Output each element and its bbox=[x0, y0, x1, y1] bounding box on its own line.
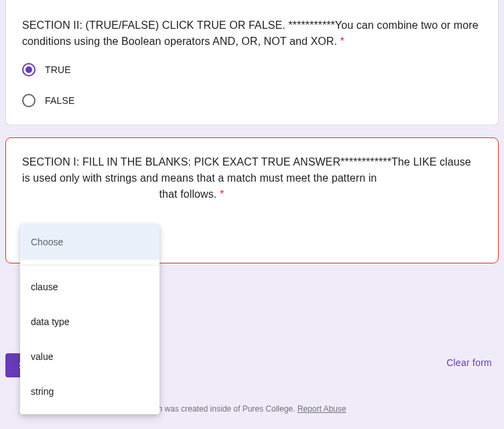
required-mark: * bbox=[216, 188, 224, 200]
question-2-text-after: that follows. bbox=[160, 188, 217, 200]
radio-label-true: TRUE bbox=[45, 64, 71, 75]
question-card-1: SECTION II: (TRUE/FALSE) CLICK TRUE OR F… bbox=[5, 0, 499, 125]
radio-icon-selected bbox=[22, 63, 36, 76]
dropdown-menu[interactable]: Choose clause data type value string bbox=[20, 224, 160, 414]
dropdown-separator bbox=[20, 265, 160, 265]
radio-option-true[interactable]: TRUE bbox=[22, 62, 482, 78]
dropdown-option-data-type[interactable]: data type bbox=[20, 304, 160, 339]
clear-form-link[interactable]: Clear form bbox=[446, 357, 492, 368]
radio-option-false[interactable]: FALSE bbox=[22, 93, 482, 109]
report-abuse-link[interactable]: Report Abuse bbox=[298, 404, 346, 414]
dropdown-option-clause[interactable]: clause bbox=[20, 269, 160, 304]
question-2-title: SECTION I: FILL IN THE BLANKS: PICK EXAC… bbox=[22, 154, 482, 202]
dropdown-option-string[interactable]: string bbox=[20, 374, 160, 409]
question-1-text: SECTION II: (TRUE/FALSE) CLICK TRUE OR F… bbox=[22, 19, 479, 47]
footer-tail: n was created inside of Pures College. bbox=[158, 404, 298, 414]
question-2-text-before: SECTION I: FILL IN THE BLANKS: PICK EXAC… bbox=[22, 156, 471, 184]
required-mark: * bbox=[337, 36, 344, 47]
radio-icon-unselected bbox=[22, 94, 36, 107]
question-1-title: SECTION II: (TRUE/FALSE) CLICK TRUE OR F… bbox=[22, 17, 482, 50]
dropdown-option-value[interactable]: value bbox=[20, 339, 160, 374]
dropdown-placeholder[interactable]: Choose bbox=[20, 224, 160, 261]
radio-label-false: FALSE bbox=[45, 95, 75, 106]
